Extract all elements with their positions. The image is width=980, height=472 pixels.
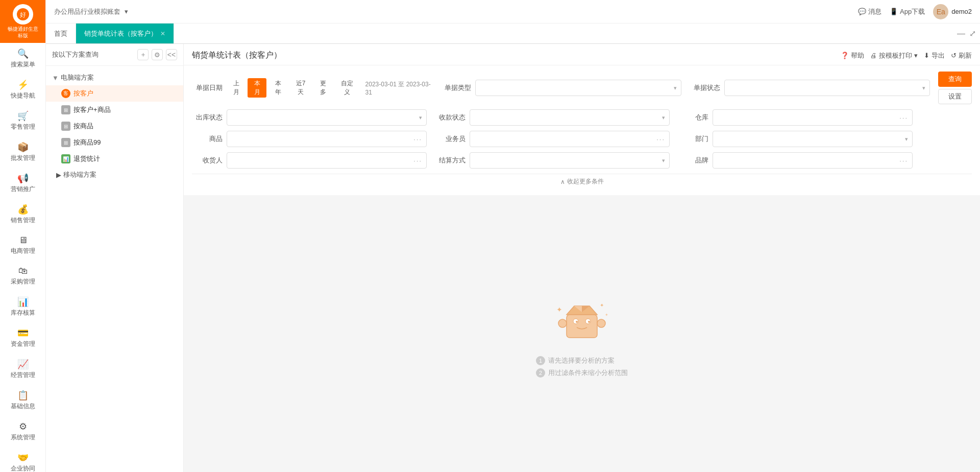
collapse-label: 收起更多条件 [567, 177, 604, 186]
scheme-group-desktop-header[interactable]: ▼ 电脑端方案 [46, 70, 183, 85]
add-scheme-button[interactable]: ＋ [137, 49, 149, 60]
page-title: 销货单统计表（按客户） [192, 50, 282, 61]
print-button[interactable]: 🖨 按模板打印 ▾ [870, 51, 918, 60]
salesperson-select[interactable]: ··· [470, 131, 670, 147]
tab-sales-stat[interactable]: 销货单统计表（按客户） ✕ [76, 23, 174, 43]
username[interactable]: demo2 [951, 8, 972, 15]
export-icon: ⬇ [924, 52, 929, 59]
refresh-button[interactable]: ↺ 刷新 [951, 51, 972, 60]
user-area[interactable]: Ea demo2 [933, 4, 972, 19]
scheme-group-mobile-header[interactable]: ▶ 移动端方案 [46, 167, 183, 182]
goods-select[interactable]: ··· [227, 131, 427, 147]
scheme-item-by-goods[interactable]: ⊞ 按商品 [46, 118, 183, 134]
brand-select[interactable]: ··· [713, 152, 913, 169]
status-select[interactable]: ▾ [724, 80, 930, 96]
date-btn-custom[interactable]: 自定义 [335, 78, 359, 98]
avatar[interactable]: Ea [933, 4, 948, 19]
marketing-icon: 📢 [17, 173, 29, 184]
tab-bar: 首页 销货单统计表（按客户） ✕ — ⤢ [46, 23, 980, 44]
date-btn-this-month[interactable]: 本月 [248, 78, 266, 98]
setting-button[interactable]: 设置 [938, 89, 972, 104]
query-button[interactable]: 查询 [938, 72, 972, 87]
search-icon: 🔍 [17, 48, 29, 59]
svg-point-8 [576, 321, 578, 323]
export-button[interactable]: ⬇ 导出 [924, 51, 945, 60]
industry-name: 办公用品行业模拟账套 [54, 7, 120, 16]
receive-status-select[interactable]: ▾ [470, 109, 670, 126]
sidebar-item-wholesale[interactable]: 📦 批发管理 [0, 136, 45, 168]
type-select[interactable]: ▾ [475, 80, 681, 96]
tab-minimize-icon[interactable]: — [957, 29, 965, 38]
by-goods-label: 按商品 [74, 122, 93, 131]
tab-close-icon[interactable]: ✕ [160, 30, 165, 37]
industry-selector[interactable]: 办公用品行业模拟账套 ▾ [54, 7, 128, 16]
sidebar-item-search[interactable]: 🔍 搜索菜单 [0, 43, 45, 74]
wholesale-icon: 📦 [17, 141, 29, 153]
salesperson-dots: ··· [656, 135, 665, 143]
filter-department-group: 部门 ▾ [678, 131, 913, 147]
receive-status-label: 收款状态 [435, 113, 465, 122]
receiver-select[interactable]: ··· [227, 152, 427, 169]
date-btn-last-month[interactable]: 上月 [227, 78, 246, 98]
scheme-item-return-stat[interactable]: 📊 退货统计 [46, 151, 183, 167]
collapse-panel-button[interactable]: << [166, 49, 177, 60]
scheme-item-by-customer[interactable]: 客 按客户 [46, 85, 183, 102]
scheme-item-by-goods99[interactable]: ⊞ 按商品99 [46, 134, 183, 151]
filter-type-group: 单据类型 ▾ [440, 80, 681, 96]
brand-dots: ··· [899, 157, 908, 164]
sidebar-item-operations[interactable]: 📈 经营管理 [0, 353, 45, 385]
date-btn-this-year[interactable]: 本年 [268, 78, 287, 98]
tab-maximize-icon[interactable]: ⤢ [969, 29, 976, 38]
by-customer-label: 按客户 [74, 89, 93, 98]
finance-icon: 💳 [17, 327, 29, 339]
settlement-caret: ▾ [662, 157, 665, 164]
top-actions: ❓ 帮助 🖨 按模板打印 ▾ ⬇ 导出 ↺ 刷新 [841, 51, 972, 60]
scheme-item-by-customer-goods[interactable]: ⊞ 按客户+商品 [46, 102, 183, 118]
date-range: 2023-03-01 至 2023-03-31 [365, 80, 433, 96]
sidebar-item-sales[interactable]: 💰 销售管理 [0, 199, 45, 230]
help-button[interactable]: ❓ 帮助 [841, 51, 864, 60]
topbar-right: 💬 消息 📱 App下载 Ea demo2 [858, 4, 972, 19]
warehouse-select[interactable]: ··· [713, 109, 913, 126]
collapse-filter-button[interactable]: ∧ 收起更多条件 [192, 174, 972, 189]
svg-text:好: 好 [20, 11, 26, 18]
out-status-select[interactable]: ▾ [227, 109, 427, 126]
sidebar-item-inventory[interactable]: 📊 库存核算 [0, 291, 45, 322]
tab-home[interactable]: 首页 [46, 23, 76, 43]
right-panel: 销货单统计表（按客户） ❓ 帮助 🖨 按模板打印 ▾ ⬇ 导出 [184, 44, 980, 472]
app-download-icon: 📱 [890, 8, 898, 15]
logo-area[interactable]: 好 畅捷通好生意 标版 [0, 0, 45, 43]
sidebar-item-purchase[interactable]: 🛍 采购管理 [0, 261, 45, 291]
app-download-button[interactable]: 📱 App下载 [890, 7, 925, 16]
sidebar-item-quick-nav[interactable]: ⚡ 快捷导航 [0, 74, 45, 105]
empty-hint-1: 1 请先选择要分析的方案 [536, 356, 628, 365]
message-button[interactable]: 💬 消息 [858, 7, 881, 16]
sidebar-item-ecommerce[interactable]: 🖥 电商管理 [0, 230, 45, 261]
department-label: 部门 [678, 134, 708, 144]
settlement-select[interactable]: ▾ [470, 152, 670, 169]
sales-icon: 💰 [17, 204, 29, 215]
left-panel-title: 按以下方案查询 [52, 50, 99, 59]
sidebar-item-basic[interactable]: 📋 基础信息 [0, 385, 45, 416]
filter-warehouse-group: 仓库 ··· [678, 109, 913, 126]
type-label: 单据类型 [440, 83, 471, 92]
sidebar-item-system[interactable]: ⚙ 系统管理 [0, 416, 45, 447]
empty-state: ✦ ✦ ✦ 1 请先选择要分析的方案 2 用过滤条件来缩小分析范围 [184, 195, 980, 472]
left-panel-header: 按以下方案查询 ＋ ⚙ << [46, 44, 183, 66]
sidebar-item-finance[interactable]: 💳 资金管理 [0, 322, 45, 353]
sidebar-item-enterprise[interactable]: 🤝 企业协同 [0, 447, 45, 472]
settings-scheme-button[interactable]: ⚙ [152, 49, 163, 60]
sidebar-item-marketing[interactable]: 📢 营销推广 [0, 168, 45, 199]
empty-illustration: ✦ ✦ ✦ [551, 287, 612, 348]
sidebar-item-retail[interactable]: 🛒 零售管理 [0, 105, 45, 136]
filter-row-1: 单据日期 上月 本月 本年 近7天 更多 自定义 2023-03-01 至 20… [192, 72, 972, 104]
print-icon: 🖨 [870, 52, 877, 59]
date-btn-more[interactable]: 更多 [314, 78, 333, 98]
filter-receive-status-group: 收款状态 ▾ [435, 109, 670, 126]
by-goods99-label: 按商品99 [74, 138, 101, 147]
department-caret: ▾ [905, 136, 908, 143]
department-select[interactable]: ▾ [713, 131, 913, 147]
filter-goods-group: 商品 ··· [192, 131, 427, 147]
date-btn-last7[interactable]: 近7天 [290, 78, 312, 98]
refresh-icon: ↺ [951, 52, 957, 59]
